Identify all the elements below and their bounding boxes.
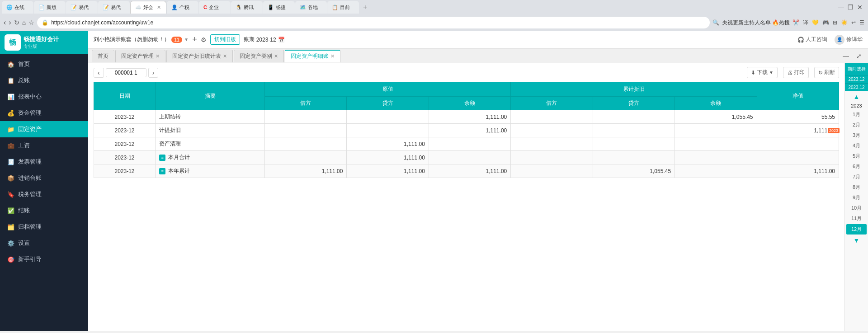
sidebar-item-label: 首页 — [18, 60, 30, 68]
nav-home-btn[interactable]: ⌂ — [22, 19, 26, 26]
tab-item-3[interactable]: 📝 易代 — [66, 1, 98, 14]
col-orig-debit: 借方 — [264, 97, 346, 110]
tab-item-4[interactable]: 📝 易代 — [98, 1, 130, 14]
menu-icon[interactable]: ☰ — [859, 19, 864, 26]
cell-orig-debit — [264, 151, 346, 164]
tab-item-6[interactable]: 👤 个税 — [167, 1, 198, 14]
add-button[interactable]: + — [192, 35, 197, 44]
period-month-10[interactable]: 10月 — [845, 203, 868, 213]
sidebar-item-tax[interactable]: 🔖 税务管理 — [0, 186, 88, 202]
tab-homepage[interactable]: 首页 — [92, 50, 114, 62]
tab-close[interactable]: ✕ — [274, 53, 278, 59]
period-scroll-down[interactable]: ▼ — [845, 235, 868, 246]
table-row: 2023-12 上期结转 1,111.00 — [94, 110, 839, 124]
sidebar-item-close-period[interactable]: ✅ 结账 — [0, 202, 88, 219]
fixed-assets-icon: 📁 — [7, 126, 14, 133]
sidebar-item-inventory[interactable]: 📦 进销台账 — [0, 170, 88, 186]
tab-item-9[interactable]: 📱 畅捷 — [263, 1, 295, 14]
sidebar-item-invoices[interactable]: 🧾 发票管理 — [0, 154, 88, 170]
period-month-7[interactable]: 7月 — [845, 172, 868, 182]
undo-icon[interactable]: ↩ — [851, 19, 856, 26]
tab-item-11[interactable]: 📋 目前 — [327, 1, 359, 14]
period-month-9[interactable]: 9月 — [845, 192, 868, 203]
calendar-icon[interactable]: 📅 — [278, 37, 285, 43]
translate-icon[interactable]: 译 — [803, 19, 808, 27]
tab-fixed-assets-mgmt[interactable]: 固定资产管理 ✕ — [115, 50, 165, 62]
sidebar-item-home[interactable]: 🏠 首页 — [0, 56, 88, 72]
period-month-4[interactable]: 4月 — [845, 141, 868, 151]
next-page-btn[interactable]: › — [148, 68, 159, 78]
browser-minimize-btn[interactable]: — — [838, 4, 844, 11]
tab-asset-detail[interactable]: 固定资产明细账 ✕ — [285, 50, 340, 62]
nav-refresh-btn[interactable]: ↻ — [14, 19, 19, 26]
settings-btn[interactable]: ⚙ — [201, 36, 207, 43]
period-scroll-up[interactable]: ▲ — [845, 91, 868, 102]
nav-bookmark-btn[interactable]: ☆ — [28, 19, 34, 26]
download-label: 下载 — [757, 69, 768, 76]
period-month-3[interactable]: 3月 — [845, 130, 868, 141]
url-input[interactable] — [51, 19, 705, 26]
col-summary: 摘要 — [156, 82, 265, 110]
period-month-12-active[interactable]: 12月 — [846, 224, 867, 235]
tab-close[interactable]: ✕ — [156, 53, 160, 59]
col-orig-balance: 余额 — [429, 97, 510, 110]
col-acc-debit: 借方 — [511, 97, 593, 110]
invoices-icon: 🧾 — [7, 159, 14, 165]
help-btn[interactable]: 🎧 人工咨询 — [797, 36, 827, 43]
tab-item-10[interactable]: 🗺️ 各地 — [295, 1, 327, 14]
tab-icon: 🐧 — [236, 5, 242, 10]
tab-item-2[interactable]: 📄 新版 — [34, 1, 66, 14]
tab-expand-ctrl[interactable]: ⤢ — [854, 52, 864, 61]
cell-acc-credit — [593, 110, 675, 124]
period-month-5[interactable]: 5月 — [845, 151, 868, 161]
period-month-8[interactable]: 8月 — [845, 182, 868, 192]
nav-forward-btn[interactable]: › — [9, 19, 11, 27]
tab-item-5-active[interactable]: ☁️ 好会 ✕ — [130, 1, 166, 14]
tab-depreciation-stats[interactable]: 固定资产折旧统计表 ✕ — [166, 50, 233, 62]
tab-close[interactable]: ✕ — [223, 53, 227, 59]
cell-orig-credit: 1,111.00 — [347, 137, 429, 151]
browser-close-btn[interactable]: ✕ — [857, 4, 863, 11]
period-month-2[interactable]: 2月 — [845, 120, 868, 130]
sidebar-item-reports[interactable]: 📊 报表中心 — [0, 89, 88, 105]
tab-item-1[interactable]: 🌐 在线 — [2, 1, 33, 14]
help-text: 人工咨询 — [806, 36, 827, 43]
sidebar-item-funds[interactable]: 💰 资金管理 — [0, 105, 88, 121]
tab-asset-category[interactable]: 固定资产类别 ✕ — [234, 50, 284, 62]
browser-restore-btn[interactable]: ❐ — [848, 4, 854, 11]
tab-close[interactable]: ✕ — [330, 53, 335, 59]
tab-icon: 🗺️ — [300, 5, 306, 10]
grid-icon[interactable]: ⊞ — [833, 19, 837, 26]
refresh-btn[interactable]: ↻ 刷新 — [814, 67, 839, 78]
dropdown-icon: ▼ — [769, 70, 774, 75]
sidebar-item-archive[interactable]: 🗂️ 归档管理 — [0, 219, 88, 235]
brightness-icon[interactable]: ☀️ — [841, 19, 848, 26]
tab-item-8[interactable]: 🐧 腾讯 — [231, 1, 263, 14]
sidebar-item-payroll[interactable]: 💼 工资 — [0, 137, 88, 154]
sidebar-item-ledger[interactable]: 📋 总账 — [0, 72, 88, 89]
prev-page-btn[interactable]: ‹ — [94, 68, 104, 78]
scissors-icon[interactable]: ✂️ — [793, 19, 799, 26]
game-icon[interactable]: 🎮 — [822, 19, 829, 26]
switch-version-btn[interactable]: 切到旧版 — [210, 34, 240, 45]
tab-minimize-ctrl[interactable]: — — [840, 52, 852, 61]
company-select[interactable]: 刘小艳演示账套（勿删勿动！） 11 ▼ — [94, 36, 189, 43]
nav-back-btn[interactable]: ‹ — [4, 19, 6, 27]
period-month-11[interactable]: 11月 — [845, 213, 868, 224]
period-month-6[interactable]: 6月 — [845, 161, 868, 172]
tab-add-button[interactable]: + — [359, 3, 371, 11]
print-btn[interactable]: 🖨 打印 — [783, 67, 809, 78]
wallet-icon[interactable]: 💛 — [812, 19, 819, 26]
period-date-2: 2023.12 — [845, 83, 868, 91]
sidebar-item-fixed-assets[interactable]: 📁 固定资产 — [0, 121, 88, 137]
sidebar-item-settings[interactable]: ⚙️ 设置 — [0, 235, 88, 251]
download-btn[interactable]: ⬇ 下载 ▼ — [747, 67, 778, 78]
period-month-1[interactable]: 1月 — [845, 109, 868, 120]
tab-close-icon[interactable]: ✕ — [157, 5, 161, 10]
user-area[interactable]: 👤 徐译华 — [835, 35, 863, 45]
tab-icon: 📝 — [103, 5, 109, 10]
sidebar-item-guide[interactable]: 🎯 新手引导 — [0, 251, 88, 267]
tab-item-7[interactable]: C 企业 — [199, 1, 231, 14]
period-date-1: 2023.12 — [845, 75, 868, 83]
page-tabs: 首页 固定资产管理 ✕ 固定资产折旧统计表 ✕ 固定资产类别 ✕ 固定资产明细账… — [88, 49, 868, 63]
